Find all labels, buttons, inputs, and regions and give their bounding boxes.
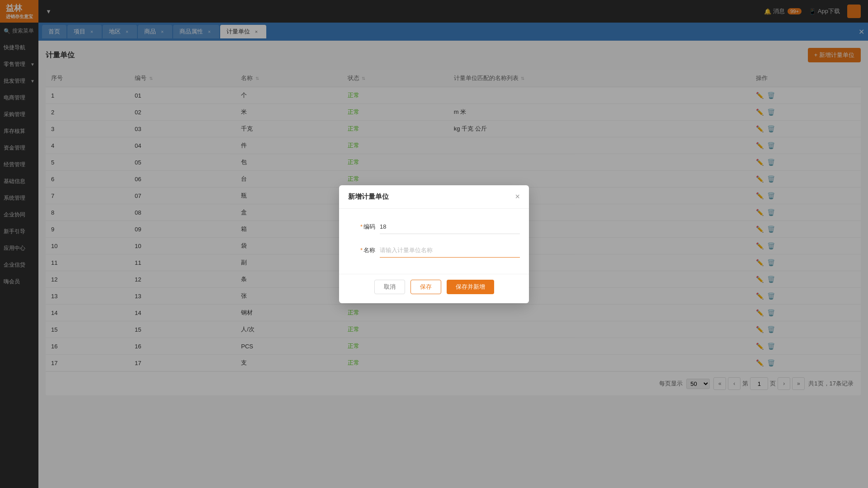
dialog-close-btn[interactable]: × — [515, 192, 520, 201]
modal-overlay[interactable]: 新增计量单位 × *编码 *名称 取消 保存 保存并新增 — [0, 0, 868, 488]
dialog-title: 新增计量单位 — [348, 192, 389, 201]
name-label: *名称 — [348, 246, 375, 254]
name-input[interactable] — [380, 243, 520, 258]
code-input[interactable] — [380, 220, 520, 234]
add-measure-unit-dialog: 新增计量单位 × *编码 *名称 取消 保存 保存并新增 — [339, 185, 529, 303]
code-label: *编码 — [348, 223, 375, 231]
form-row-name: *名称 — [348, 243, 520, 258]
code-required-mark: * — [360, 223, 363, 230]
cancel-button[interactable]: 取消 — [374, 280, 405, 294]
dialog-footer: 取消 保存 保存并新增 — [339, 274, 529, 303]
form-row-code: *编码 — [348, 220, 520, 234]
dialog-header: 新增计量单位 × — [339, 185, 529, 209]
save-and-add-button[interactable]: 保存并新增 — [447, 280, 494, 294]
dialog-body: *编码 *名称 — [339, 209, 529, 274]
name-required-mark: * — [360, 247, 363, 253]
save-button[interactable]: 保存 — [410, 280, 441, 294]
